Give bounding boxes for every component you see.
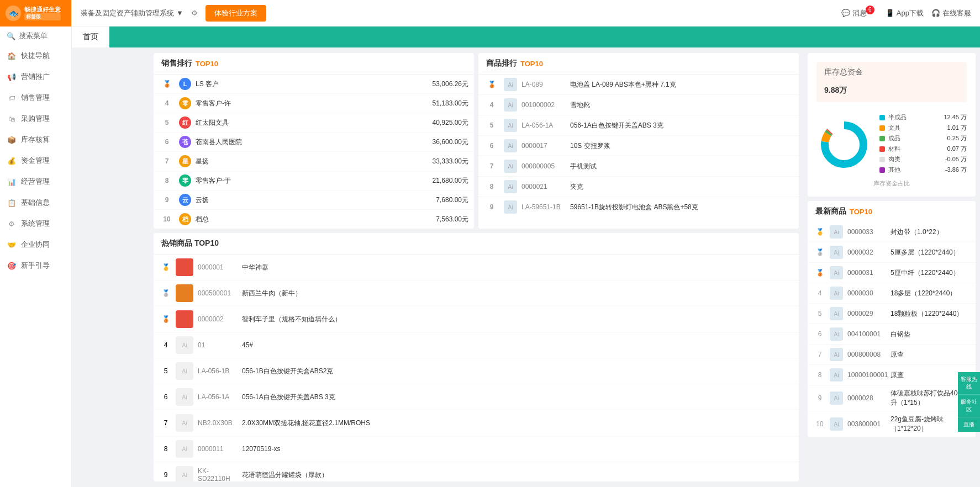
product-rank-item: 5 Ai LA-056-1A 056-1A白色按键开关盖ABS 3克 <box>478 115 799 136</box>
legend-item: 其他 -3.86 万 <box>879 166 967 174</box>
search-menu[interactable]: 🔍 搜索菜单 <box>0 27 71 45</box>
online-service-button[interactable]: 🎧 在线客服 <box>931 8 971 18</box>
tab-home[interactable]: 首页 <box>72 27 109 47</box>
legend-item: 成品 0.25 万 <box>879 134 967 142</box>
service-hotline-button[interactable]: 客服热线 <box>958 372 980 395</box>
sales-rank-item: 8 零 零售客户-于 21,680.00元 <box>154 171 474 190</box>
new-product-item: 9 Ai 0000028 体碳嘉枝味苏打饮品400毫升（1*15） <box>808 385 976 411</box>
hot-product-item: 8 Ai 0000011 12070519-xs <box>154 436 799 462</box>
page-content: 销售排行 TOP10 🥉 L LS 客户 53,006.26元 <box>72 47 980 487</box>
new-product-item: 6 Ai 004100001 白钢垫 <box>808 324 976 345</box>
svg-point-0 <box>825 125 863 164</box>
product-img: Ai <box>504 160 517 173</box>
sidebar-item-guide[interactable]: 🎯 新手引导 <box>0 255 71 276</box>
sidebar: 🐟 畅捷通好生意 标签版 🔍 搜索菜单 🏠 快捷导航 📢 营销推广 🏷 销售管理… <box>0 0 72 487</box>
product-rank-card: 商品排行 TOP10 🥉 Ai LA-089 电池盖 LA-089 ABS本色+… <box>478 53 799 229</box>
product-img: Ai <box>504 139 517 152</box>
system-name: 装备及固定资产辅助管理系统 <box>81 8 174 18</box>
message-icon: 💬 <box>841 9 850 17</box>
sidebar-item-system[interactable]: ⚙ 系统管理 <box>0 213 71 234</box>
new-products-list: 🥇 Ai 0000033 封边带（1.0*22） 🥈 Ai 0000032 5厘… <box>808 222 976 437</box>
hot-product-item: 4 Ai 01 45# <box>154 332 799 358</box>
sidebar-item-finance[interactable]: 💰 资金管理 <box>0 150 71 171</box>
float-service: 客服热线 服务社区 直播 <box>958 372 980 432</box>
product-rank-item: 6 Ai 0000017 10S 变扭罗浆 <box>478 136 799 156</box>
product-thumbnail <box>176 258 193 276</box>
product-thumbnail <box>176 310 193 328</box>
product-img: Ai <box>504 78 517 91</box>
legend-item: 肉类 -0.05 万 <box>879 155 967 163</box>
finance-icon: 💰 <box>7 156 17 166</box>
sidebar-item-operation[interactable]: 📊 经营管理 <box>0 171 71 192</box>
hot-product-item: 🥇 0000001 中华神器 <box>154 255 799 280</box>
legend-item: 文具 1.01 万 <box>879 124 967 132</box>
marketing-icon: 📢 <box>7 72 17 82</box>
purchase-icon: 🛍 <box>7 114 17 124</box>
inventory-legend: 半成品 12.45 万 文具 1.01 万 成品 0.25 万 <box>879 113 967 176</box>
live-stream-button[interactable]: 直播 <box>958 417 980 432</box>
topbar-right: 💬 消息 6 📱 App下载 🎧 在线客服 <box>841 8 971 18</box>
sales-rank-item: 10 档 档总 7,563.00元 <box>154 210 474 229</box>
settings-icon[interactable]: ⚙ <box>189 7 200 19</box>
customer-avatar: 星 <box>179 155 191 167</box>
message-button[interactable]: 💬 消息 6 <box>841 8 878 18</box>
product-img: Ai <box>830 327 843 341</box>
service-icon: 🎧 <box>931 9 940 17</box>
legend-item: 材料 0.07 万 <box>879 145 967 153</box>
hot-products-card: 热销商品 TOP10 🥇 0000001 中华神器 🥈 <box>154 233 799 481</box>
home-icon: 🏠 <box>7 51 17 61</box>
service-community-button[interactable]: 服务社区 <box>958 395 980 417</box>
hot-product-item: 🥉 0000002 智利车子里（规格不知道填什么） <box>154 306 799 332</box>
inventory-amount: 9.88万 <box>824 80 959 97</box>
product-img: Ai <box>830 391 843 405</box>
product-img: Ai <box>504 119 517 132</box>
new-product-item: 4 Ai 0000030 18多层（1220*2440） <box>808 283 976 304</box>
operation-icon: 📊 <box>7 177 17 187</box>
sidebar-item-quick-nav[interactable]: 🏠 快捷导航 <box>0 45 71 66</box>
guide-icon: 🎯 <box>7 261 17 271</box>
sales-icon: 🏷 <box>7 93 17 103</box>
new-product-item: 🥈 Ai 0000032 5厘多层（1220*2440） <box>808 242 976 263</box>
product-img: Ai <box>830 246 843 259</box>
main-area: 装备及固定资产辅助管理系统 ▼ ⚙ 体验行业方案 💬 消息 6 📱 App下载 … <box>72 0 980 487</box>
sidebar-item-sales[interactable]: 🏷 销售管理 <box>0 87 71 108</box>
product-rank-title: 商品排行 TOP10 <box>486 59 543 68</box>
hot-product-item: 7 Ai NB2.0X30B 2.0X30MM双搓花轴,搓花直径2.1MM/RO… <box>154 410 799 436</box>
donut-chart <box>816 117 872 172</box>
product-img: Ai <box>830 287 843 300</box>
trial-button[interactable]: 体验行业方案 <box>206 5 266 22</box>
product-img: Ai <box>830 266 843 279</box>
product-thumbnail: Ai <box>176 336 193 354</box>
sidebar-item-marketing[interactable]: 📢 营销推广 <box>0 66 71 87</box>
app-download-button[interactable]: 📱 App下载 <box>886 8 924 18</box>
product-rank-item: 7 Ai 000800005 手机测试 <box>478 156 799 177</box>
hot-products-list: 🥇 0000001 中华神器 🥈 000500001 新西兰牛肉（新 <box>154 255 799 481</box>
product-img: Ai <box>830 307 843 320</box>
new-product-item: 10 Ai 003800001 22g鱼豆腐-烧烤味（1*12*20） <box>808 411 976 437</box>
phone-icon: 📱 <box>886 9 894 17</box>
product-img: Ai <box>830 348 843 361</box>
system-selector[interactable]: 装备及固定资产辅助管理系统 ▼ <box>81 8 183 18</box>
product-thumbnail: Ai <box>176 440 193 458</box>
new-products-title: 最新商品 TOP10 <box>808 201 976 222</box>
product-thumbnail: Ai <box>176 388 193 406</box>
customer-avatar: 苍 <box>179 136 191 148</box>
hot-product-item: 🥈 000500001 新西兰牛肉（新牛） <box>154 280 799 306</box>
dropdown-icon: ▼ <box>176 9 183 17</box>
product-img: Ai <box>830 417 843 431</box>
new-product-item: 🥉 Ai 0000031 5厘中纤（1220*2440） <box>808 263 976 283</box>
nav-tabs: 首页 <box>72 27 980 47</box>
inventory-card: 库存总资金 9.88万 <box>808 53 976 197</box>
sales-rank-header: 销售排行 TOP10 <box>154 53 474 75</box>
sidebar-item-cooperation[interactable]: 🤝 企业协同 <box>0 234 71 255</box>
product-rank-item: 9 Ai LA-59651-1B 59651-1B旋转投影灯电池盒 ABS黑色+… <box>478 197 799 217</box>
sidebar-item-purchase[interactable]: 🛍 采购管理 <box>0 108 71 129</box>
customer-avatar: 红 <box>179 117 191 129</box>
sales-rank-item: 4 零 零售客户-许 51,183.00元 <box>154 94 474 113</box>
legend-item: 半成品 12.45 万 <box>879 113 967 121</box>
product-rank-item: 4 Ai 001000002 雪地靴 <box>478 95 799 115</box>
new-product-item: 5 Ai 0000029 18颗粒板（1220*2440） <box>808 304 976 324</box>
sidebar-item-basic[interactable]: 📋 基础信息 <box>0 192 71 213</box>
sidebar-item-inventory[interactable]: 📦 库存核算 <box>0 129 71 150</box>
logo-text: 畅捷通好生意 标签版 <box>24 6 61 20</box>
